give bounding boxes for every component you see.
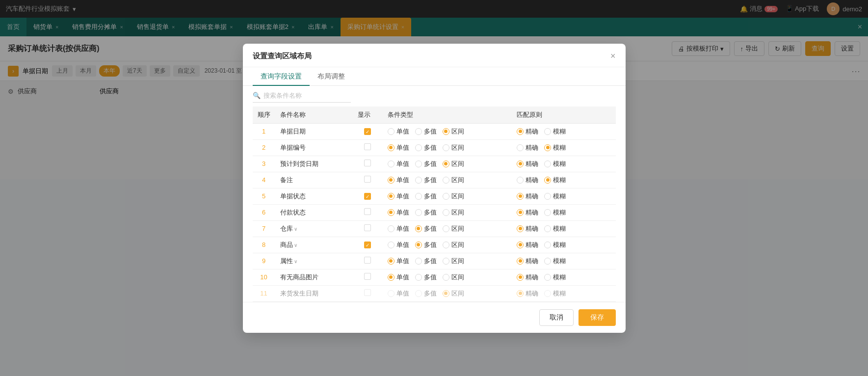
radio-dot-icon [388, 161, 395, 167]
type-radio-item[interactable]: 区间 [443, 127, 464, 136]
dialog-tabs: 查询字段设置 布局调整 [243, 67, 626, 86]
conditions-table: 顺序 条件名称 显示 条件类型 匹配原则 1单据日期单值多值区间精确模糊2单据编… [253, 107, 616, 180]
match-radio-item[interactable]: 精确 [517, 127, 538, 136]
display-checkbox[interactable] [364, 176, 371, 179]
type-radio-item[interactable]: 单值 [388, 160, 409, 168]
radio-label-text: 单值 [396, 127, 409, 136]
radio-label-text: 模糊 [553, 143, 566, 152]
cell-display[interactable] [353, 172, 383, 179]
col-order-header: 顺序 [253, 107, 275, 124]
cell-match: 精确模糊 [512, 123, 615, 139]
radio-dot-icon [443, 128, 449, 135]
radio-label-text: 区间 [451, 160, 464, 168]
dialog-title: 设置查询区域布局 [253, 52, 312, 61]
table-row: 4备注单值多值区间精确模糊 [253, 172, 616, 179]
radio-dot-icon [443, 161, 449, 167]
radio-label-text: 多值 [424, 143, 437, 152]
type-radio-item[interactable]: 单值 [388, 176, 409, 180]
radio-dot-icon [517, 144, 524, 151]
dialog-search-area: 🔍 [243, 86, 626, 107]
display-checkbox[interactable] [364, 160, 371, 166]
radio-dot-icon [415, 177, 422, 180]
match-radio-item[interactable]: 精确 [517, 160, 538, 168]
cell-display[interactable] [353, 156, 383, 172]
type-radio-item[interactable]: 多值 [415, 176, 437, 180]
radio-label-text: 区间 [451, 143, 464, 152]
radio-label-text: 精确 [526, 143, 538, 152]
cell-match: 精确模糊 [512, 139, 615, 156]
radio-dot-icon [517, 128, 524, 135]
radio-label-text: 单值 [396, 160, 409, 168]
tab-layout-adjust[interactable]: 布局调整 [310, 67, 353, 86]
tab-layout-adjust-label: 布局调整 [317, 72, 345, 80]
cell-type: 单值多值区间 [383, 172, 512, 179]
cell-order: 1 [253, 123, 275, 139]
radio-label-text: 精确 [526, 160, 538, 168]
type-radio-item[interactable]: 多值 [415, 160, 437, 168]
radio-label-text: 多值 [424, 127, 437, 136]
tab-query-fields-label: 查询字段设置 [261, 72, 302, 80]
type-radio-item[interactable]: 单值 [388, 143, 409, 152]
radio-label-text: 模糊 [553, 176, 566, 180]
radio-dot-icon [544, 144, 551, 151]
type-radio-item[interactable]: 多值 [415, 127, 437, 136]
cell-display[interactable] [353, 139, 383, 156]
cell-type: 单值多值区间 [383, 139, 512, 156]
type-radio-item[interactable]: 区间 [443, 143, 464, 152]
radio-dot-icon [544, 161, 551, 167]
radio-label-text: 模糊 [553, 127, 566, 136]
settings-dialog: 设置查询区域布局 × 查询字段设置 布局调整 🔍 顺序 [243, 44, 626, 180]
radio-dot-icon [415, 161, 422, 167]
cell-match: 精确模糊 [512, 172, 615, 179]
match-radio-item[interactable]: 模糊 [544, 143, 566, 152]
col-display-header: 显示 [353, 107, 383, 124]
type-radio-item[interactable]: 多值 [415, 143, 437, 152]
match-radio-item[interactable]: 精确 [517, 176, 538, 180]
radio-dot-icon [443, 144, 449, 151]
type-radio-item[interactable]: 单值 [388, 127, 409, 136]
radio-label-text: 精确 [526, 176, 538, 180]
radio-dot-icon [415, 128, 422, 135]
radio-dot-icon [517, 161, 524, 167]
type-radio-item[interactable]: 区间 [443, 160, 464, 168]
cell-type: 单值多值区间 [383, 156, 512, 172]
cell-type: 单值多值区间 [383, 123, 512, 139]
radio-dot-icon [517, 177, 524, 180]
search-icon: 🔍 [253, 92, 261, 99]
cell-display[interactable] [353, 123, 383, 139]
table-row: 1单据日期单值多值区间精确模糊 [253, 123, 616, 139]
radio-label-text: 精确 [526, 127, 538, 136]
search-box: 🔍 [253, 92, 351, 103]
table-row: 2单据编号单值多值区间精确模糊 [253, 139, 616, 156]
cell-name: 预计到货日期 [275, 156, 353, 172]
cell-order: 4 [253, 172, 275, 179]
radio-label-text: 区间 [451, 127, 464, 136]
radio-dot-icon [544, 177, 551, 180]
radio-label-text: 模糊 [553, 160, 566, 168]
dialog-close-btn[interactable]: × [610, 52, 616, 60]
type-radio-item[interactable]: 区间 [443, 176, 464, 180]
dialog-table-wrap: 顺序 条件名称 显示 条件类型 匹配原则 1单据日期单值多值区间精确模糊2单据编… [243, 107, 626, 180]
tab-query-fields[interactable]: 查询字段设置 [253, 67, 310, 86]
search-input[interactable] [263, 92, 351, 99]
radio-dot-icon [388, 128, 395, 135]
table-row: 3预计到货日期单值多值区间精确模糊 [253, 156, 616, 172]
match-radio-item[interactable]: 精确 [517, 143, 538, 152]
table-header-row: 顺序 条件名称 显示 条件类型 匹配原则 [253, 107, 616, 124]
col-match-header: 匹配原则 [512, 107, 615, 124]
cell-match: 精确模糊 [512, 156, 615, 172]
radio-label-text: 多值 [424, 160, 437, 168]
radio-label-text: 区间 [451, 176, 464, 180]
radio-dot-icon [415, 144, 422, 151]
display-checkbox[interactable] [364, 143, 371, 150]
match-radio-item[interactable]: 模糊 [544, 176, 566, 180]
match-radio-item[interactable]: 模糊 [544, 160, 566, 168]
radio-dot-icon [388, 177, 395, 180]
col-name-header: 条件名称 [275, 107, 353, 124]
radio-dot-icon [443, 177, 449, 180]
cell-order: 2 [253, 139, 275, 156]
display-checkbox[interactable] [364, 128, 371, 135]
cell-name: 单据日期 [275, 123, 353, 139]
dialog-header: 设置查询区域布局 × [243, 44, 626, 67]
match-radio-item[interactable]: 模糊 [544, 127, 566, 136]
